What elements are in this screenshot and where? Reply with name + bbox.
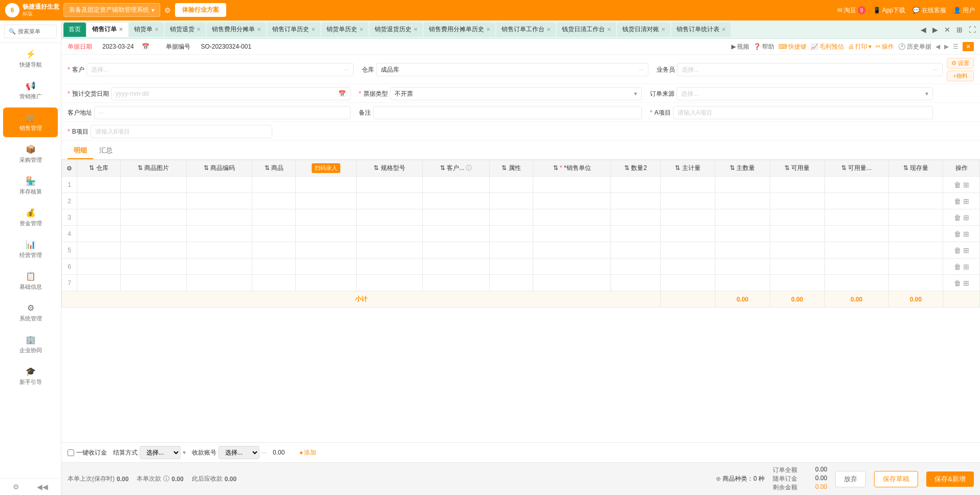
draft-btn[interactable]: 保存草稿 bbox=[874, 471, 918, 487]
list-view-btn[interactable]: ☰ bbox=[953, 43, 959, 50]
tab-sales-invoice[interactable]: 销货单 ✕ bbox=[129, 23, 164, 37]
row-delete-btn[interactable]: 🗑 bbox=[954, 197, 961, 205]
row-main-qty[interactable] bbox=[715, 177, 770, 193]
row-copy-btn[interactable]: ⊞ bbox=[963, 213, 969, 222]
row-warehouse[interactable] bbox=[77, 226, 121, 242]
sidebar-item-enterprise[interactable]: 🏢 企业协同 bbox=[3, 330, 58, 359]
row-main-unit[interactable] bbox=[661, 242, 715, 259]
row-available2[interactable] bbox=[824, 177, 888, 193]
tab-close-order-workspace[interactable]: ✕ bbox=[547, 27, 551, 32]
row-warehouse[interactable] bbox=[77, 209, 121, 226]
row-spec[interactable] bbox=[357, 275, 423, 291]
project-b-input[interactable]: 请输入B项目 bbox=[91, 125, 272, 138]
sidebar-item-marketing[interactable]: 📢 营销推广 bbox=[3, 76, 58, 105]
row-unit[interactable] bbox=[533, 177, 611, 193]
customer-addr-input[interactable]: ··· bbox=[94, 106, 351, 119]
tab-order-workspace[interactable]: 销售订单工作台 ✕ bbox=[496, 23, 556, 37]
row-qty2[interactable] bbox=[611, 226, 661, 242]
row-main-qty[interactable] bbox=[715, 226, 770, 242]
row-spec[interactable] bbox=[357, 226, 423, 242]
settlement-select[interactable]: 选择... bbox=[140, 446, 181, 459]
tab-summary[interactable]: 汇总 bbox=[93, 143, 119, 159]
row-copy-btn[interactable]: ⊞ bbox=[963, 246, 969, 254]
row-code[interactable] bbox=[186, 275, 252, 291]
shortcut-btn[interactable]: ⌨ 快捷键 bbox=[778, 42, 807, 51]
tab-close-sales-invoice[interactable]: ✕ bbox=[155, 27, 159, 32]
row-available2[interactable] bbox=[824, 259, 888, 275]
row-available2[interactable] bbox=[824, 242, 888, 259]
row-stock[interactable] bbox=[888, 177, 943, 193]
row-available[interactable] bbox=[770, 177, 824, 193]
close-form-btn[interactable]: ✕ bbox=[963, 42, 974, 51]
row-available[interactable] bbox=[770, 242, 824, 259]
row-product[interactable] bbox=[252, 275, 296, 291]
row-code[interactable] bbox=[186, 242, 252, 259]
sidebar-item-finance[interactable]: 💰 资金管理 bbox=[3, 203, 58, 232]
row-unit[interactable] bbox=[533, 209, 611, 226]
one-click-checkbox[interactable] bbox=[68, 449, 74, 456]
tab-sales-expense[interactable]: 销售费用分摊单 ✕ bbox=[207, 23, 266, 37]
sidebar-item-inventory[interactable]: 🏪 库存核算 bbox=[3, 171, 58, 201]
profit-forecast-btn[interactable]: 📈 毛利预估 bbox=[811, 42, 844, 51]
row-warehouse[interactable] bbox=[77, 193, 121, 209]
system-selector[interactable]: 装备及固定资产辅助管理系统 ▾ bbox=[63, 3, 160, 17]
row-image[interactable] bbox=[120, 226, 186, 242]
row-stock[interactable] bbox=[888, 275, 943, 291]
row-available2[interactable] bbox=[824, 275, 888, 291]
row-product[interactable] bbox=[252, 259, 296, 275]
row-main-unit[interactable] bbox=[661, 193, 715, 209]
row-customer-info[interactable] bbox=[422, 209, 489, 226]
row-attrs[interactable] bbox=[490, 209, 533, 226]
row-warehouse[interactable] bbox=[77, 275, 121, 291]
row-copy-btn[interactable]: ⊞ bbox=[963, 279, 969, 287]
row-spec[interactable] bbox=[357, 209, 423, 226]
delivery-date-input[interactable]: yyyy-mm-dd 📅 bbox=[111, 87, 351, 100]
tab-close-invoice-history[interactable]: ✕ bbox=[359, 27, 363, 32]
remark-input[interactable] bbox=[373, 106, 642, 119]
customer-input[interactable]: 选择... ··· bbox=[86, 63, 354, 76]
row-unit[interactable] bbox=[533, 275, 611, 291]
tab-expense-history[interactable]: 销售费用分摊单历史 ✕ bbox=[424, 23, 495, 37]
row-available[interactable] bbox=[770, 259, 824, 275]
user-btn[interactable]: 👤 用户 bbox=[953, 6, 975, 15]
row-product[interactable] bbox=[252, 193, 296, 209]
row-stock[interactable] bbox=[888, 193, 943, 209]
sidebar-item-guide[interactable]: 🎓 新手引导 bbox=[3, 361, 58, 391]
col-settings[interactable]: ⚙ bbox=[62, 160, 77, 177]
row-spec[interactable] bbox=[357, 177, 423, 193]
row-attrs[interactable] bbox=[490, 275, 533, 291]
row-customer-info[interactable] bbox=[422, 226, 489, 242]
operate-btn[interactable]: ✂ 操作 bbox=[876, 42, 894, 51]
discard-btn[interactable]: 放弃 bbox=[835, 471, 866, 487]
row-copy-btn[interactable]: ⊞ bbox=[963, 230, 969, 238]
row-main-unit[interactable] bbox=[661, 259, 715, 275]
messages-btn[interactable]: ✉ 淘豆 9 bbox=[837, 6, 866, 15]
online-service-btn[interactable]: 💬 在线客服 bbox=[912, 6, 946, 15]
tab-next-btn[interactable]: ▶ bbox=[930, 26, 940, 34]
row-delete-btn[interactable]: 🗑 bbox=[954, 230, 961, 238]
row-copy-btn[interactable]: ⊞ bbox=[963, 197, 969, 205]
invoice-type-select[interactable]: 不开票 ▾ bbox=[390, 87, 642, 100]
row-customer-info[interactable] bbox=[422, 193, 489, 209]
tab-close-sales-return[interactable]: ✕ bbox=[197, 27, 201, 32]
row-main-unit[interactable] bbox=[661, 209, 715, 226]
row-main-qty[interactable] bbox=[715, 193, 770, 209]
help-btn[interactable]: ❓ 帮助 bbox=[753, 42, 774, 51]
staff-input[interactable]: 选择... ··· bbox=[677, 63, 943, 76]
tab-close-sales-summary[interactable]: ✕ bbox=[722, 27, 726, 32]
tab-close-sales-expense[interactable]: ✕ bbox=[257, 27, 261, 32]
row-image[interactable] bbox=[120, 275, 186, 291]
row-main-unit[interactable] bbox=[661, 275, 715, 291]
row-image[interactable] bbox=[120, 177, 186, 193]
row-delete-btn[interactable]: 🗑 bbox=[954, 279, 961, 287]
nav-left-btn[interactable]: ◀ bbox=[935, 43, 940, 50]
tab-prev-btn[interactable]: ◀ bbox=[919, 26, 928, 34]
row-unit[interactable] bbox=[533, 193, 611, 209]
row-delete-btn[interactable]: 🗑 bbox=[954, 213, 961, 222]
row-attrs[interactable] bbox=[490, 226, 533, 242]
tab-close-order-history[interactable]: ✕ bbox=[311, 27, 315, 32]
tab-close-daily-clear[interactable]: ✕ bbox=[607, 27, 611, 32]
row-product[interactable] bbox=[252, 209, 296, 226]
row-stock[interactable] bbox=[888, 209, 943, 226]
tab-invoice-history[interactable]: 销货单历史 ✕ bbox=[321, 23, 368, 37]
